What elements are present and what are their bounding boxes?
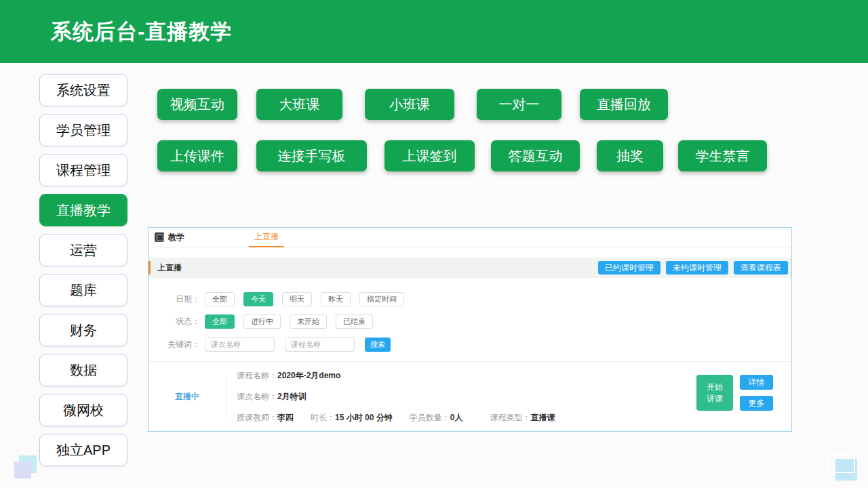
lesson-meta-line: 授课教师： 李四 时长： 15 小时 00 分钟 学员数量： 0人 课程类型： … [237,412,555,424]
filter-date-row: 日期： 全部 今天 明天 昨天 指定时间 [149,292,791,306]
sidebar-item-finance[interactable]: 财务 [39,314,127,346]
lesson-actions: 开始 讲课 详情 更多 [696,375,773,411]
filter-status-label: 状态： [149,316,200,327]
app-logo-icon [155,232,164,242]
feature-quiz-interaction[interactable]: 答题互动 [491,140,580,171]
section-actions: 已约课时管理 未约课时管理 查看课程表 [598,261,788,274]
course-type-value: 直播课 [530,412,555,424]
live-status-badge: 直播中 [149,391,226,403]
sidebar-item-course-management[interactable]: 课程管理 [39,154,127,186]
unbooked-lessons-button[interactable]: 未约课时管理 [666,261,728,274]
sidebar-item-data[interactable]: 数据 [39,354,127,386]
tab-go-live[interactable]: 上直播 [249,228,284,247]
filters: 日期： 全部 今天 明天 昨天 指定时间 状态： 全部 进行中 未开始 已结束 … [149,278,791,360]
status-option-in-progress[interactable]: 进行中 [243,314,281,329]
course-type-label: 课程类型： [490,412,530,424]
sidebar-item-system-settings[interactable]: 系统设置 [39,74,127,106]
filter-keyword-label: 关键词： [149,339,200,350]
course-name-label: 课程名称： [237,370,277,382]
more-button[interactable]: 更多 [740,396,773,411]
lesson-name-value: 2月特训 [277,391,307,403]
course-type-pair: 课程类型： 直播课 [490,412,555,424]
start-teaching-line2: 讲课 [707,393,723,405]
feature-lucky-draw[interactable]: 抽奖 [597,140,663,171]
course-name-value: 2020年-2月demo [277,370,340,382]
duration-pair: 时长： 15 小时 00 分钟 [311,412,393,424]
lesson-row: 直播中 课程名称： 2020年-2月demo 课次名称： 2月特训 授课教师： … [149,362,791,431]
date-option-yesterday[interactable]: 昨天 [321,292,351,306]
lesson-name-input[interactable] [205,337,275,352]
filter-keyword-row: 关键词： 搜索 [149,337,791,352]
date-option-tomorrow[interactable]: 明天 [282,292,312,306]
status-option-all[interactable]: 全部 [205,314,235,329]
detail-button[interactable]: 详情 [740,375,773,390]
admin-panel: 教学 上直播 上直播 已约课时管理 未约课时管理 查看课程表 日期： 全部 今天… [148,227,792,432]
secondary-actions: 详情 更多 [740,375,773,411]
date-option-today[interactable]: 今天 [243,292,273,306]
panel-spacer [149,247,791,258]
feature-small-class[interactable]: 小班课 [365,89,454,120]
start-teaching-button[interactable]: 开始 讲课 [696,375,733,411]
student-count-value: 0人 [450,412,463,424]
lesson-name-line: 课次名称： 2月特训 [237,391,555,403]
date-option-all[interactable]: 全部 [205,292,235,306]
date-option-custom[interactable]: 指定时间 [359,292,404,306]
sidebar-item-question-bank[interactable]: 题库 [39,274,127,306]
feature-class-sign-in[interactable]: 上课签到 [384,140,475,171]
lesson-details: 课程名称： 2020年-2月demo 课次名称： 2月特训 授课教师： 李四 时… [237,370,555,424]
course-name-input[interactable] [285,337,355,352]
decor-square-outline-right [827,454,855,473]
sidebar-item-live-teaching[interactable]: 直播教学 [39,194,127,226]
feature-one-on-one[interactable]: 一对一 [477,89,561,120]
feature-large-class[interactable]: 大班课 [256,89,342,120]
lesson-name-label: 课次名称： [237,391,277,403]
status-option-finished[interactable]: 已结束 [336,314,373,329]
student-count-label: 学员数量： [410,412,450,424]
panel-nav-bar: 教学 上直播 [149,228,791,247]
section-accent-bar [149,261,151,274]
sidebar-item-student-management[interactable]: 学员管理 [39,114,127,146]
sidebar-item-operations[interactable]: 运营 [39,234,127,266]
feature-live-replay[interactable]: 直播回放 [580,89,668,120]
filter-date-label: 日期： [149,293,200,305]
sidebar: 系统设置 学员管理 课程管理 直播教学 运营 题库 财务 数据 微网校 独立AP… [39,74,127,466]
start-teaching-line1: 开始 [707,382,723,393]
section-title: 上直播 [157,262,182,274]
duration-label: 时长： [311,412,335,424]
app-header: 系统后台-直播教学 [0,0,868,63]
page-title: 系统后台-直播教学 [51,18,232,46]
section-header: 上直播 已约课时管理 未约课时管理 查看课程表 [149,258,791,278]
filter-status-row: 状态： 全部 进行中 未开始 已结束 [149,314,791,329]
feature-student-mute[interactable]: 学生禁言 [678,140,767,171]
feature-connect-handwriting-board[interactable]: 连接手写板 [256,140,367,171]
student-count-pair: 学员数量： 0人 [410,412,463,424]
duration-value: 15 小时 00 分钟 [335,412,393,424]
view-timetable-button[interactable]: 查看课程表 [734,261,788,274]
course-name-line: 课程名称： 2020年-2月demo [237,370,555,382]
decor-square-lavender-left [14,462,31,479]
sidebar-item-micro-school[interactable]: 微网校 [39,394,127,426]
sidebar-item-standalone-app[interactable]: 独立APP [39,434,127,466]
feature-video-interaction[interactable]: 视频互动 [157,89,237,120]
search-button[interactable]: 搜索 [365,338,391,352]
panel-app-label: 教学 [168,232,184,243]
feature-upload-courseware[interactable]: 上传课件 [157,140,237,171]
row-divider [226,375,226,418]
feature-row-2: 上传课件 连接手写板 上课签到 答题互动 抽奖 学生禁言 [157,140,767,171]
booked-lessons-button[interactable]: 已约课时管理 [598,261,660,274]
teacher-label: 授课教师： [237,412,277,424]
status-option-not-started[interactable]: 未开始 [290,314,327,329]
teacher-pair: 授课教师： 李四 [237,412,294,424]
teacher-value: 李四 [277,412,294,424]
feature-row-1: 视频互动 大班课 小班课 一对一 直播回放 [157,89,668,120]
